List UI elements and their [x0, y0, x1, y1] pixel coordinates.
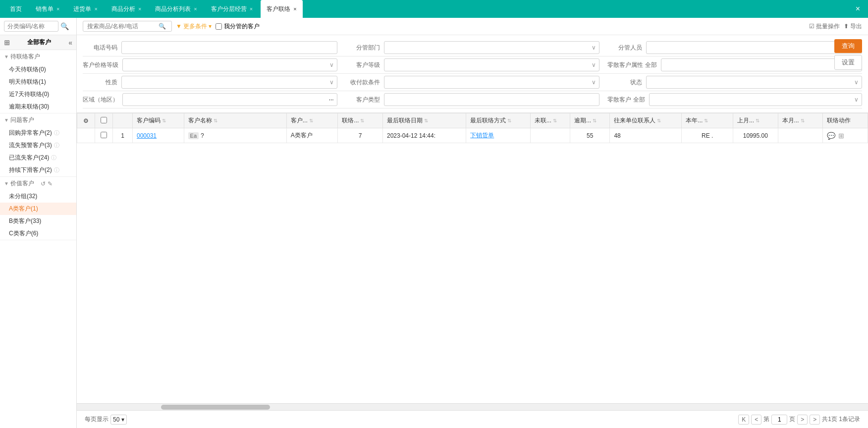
edit-icon[interactable]: ✎: [48, 180, 53, 187]
th-unit-contacts[interactable]: 往来单位联系人 ⇅: [610, 113, 682, 128]
th-last-month[interactable]: 上月... ⇅: [733, 113, 778, 128]
section-pending-title[interactable]: ▼ 待联络客户: [0, 50, 76, 63]
refresh-icon[interactable]: ↺: [41, 180, 46, 187]
main-layout: 🔍 ⊞ 全部客户 « ▼ 待联络客户 今天待联络(0) 明天待联络(1) 近7天…: [0, 18, 868, 428]
sidebar-item-churn-warning[interactable]: 流失预警客户(3) ⓘ: [0, 139, 76, 152]
sidebar-item-class-b[interactable]: B类客户(33): [0, 215, 76, 227]
tab-customer-layer[interactable]: 客户分层经营 ×: [205, 0, 259, 18]
export-button[interactable]: ⬆ 导出: [844, 22, 862, 31]
th-not-contact[interactable]: 未联... ⇅: [530, 113, 570, 128]
select-all-checkbox[interactable]: [101, 117, 107, 123]
filter-dept-select[interactable]: ∨: [384, 41, 600, 54]
filter-search-input[interactable]: [87, 23, 157, 30]
sidebar-item-7days[interactable]: 近7天待联络(0): [0, 88, 76, 101]
collapse-button[interactable]: «: [68, 39, 72, 47]
filter-customer-type-input[interactable]: [384, 93, 600, 106]
close-icon[interactable]: ×: [250, 6, 253, 12]
sidebar-all-customers[interactable]: ⊞ 全部客户 «: [0, 35, 76, 50]
gear-icon[interactable]: ⚙: [83, 117, 89, 124]
filter-payment-select[interactable]: ∨: [384, 76, 600, 89]
per-page-select[interactable]: 50 ▾: [110, 415, 127, 425]
section-value-title[interactable]: ▼ 价值客户 ↺ ✎: [0, 177, 76, 190]
chat-icon[interactable]: 💬: [827, 132, 835, 140]
row-code[interactable]: 000031: [137, 132, 157, 139]
prev-page-button[interactable]: <: [751, 415, 761, 425]
my-customers-checkbox[interactable]: 我分管的客户: [216, 22, 260, 31]
sidebar-item-declining[interactable]: 持续下滑客户(2) ⓘ: [0, 164, 76, 176]
th-code[interactable]: 客户编码 ⇅: [133, 113, 184, 128]
next-page-button[interactable]: >: [797, 415, 808, 425]
th-name[interactable]: 客户名称 ⇅: [184, 113, 286, 128]
th-checkbox[interactable]: [95, 113, 113, 128]
th-last-way[interactable]: 最后联络方式 ⇅: [466, 113, 530, 128]
filter-row-2: 客户价格等级 ∨ 客户等级 ∨ 零散客户属性 全部: [83, 56, 862, 74]
tab-home[interactable]: 首页: [4, 0, 28, 18]
filter-region-select[interactable]: ···: [122, 93, 337, 106]
filter-dept: 分管部门 ∨: [345, 41, 600, 54]
td-code[interactable]: 000031: [133, 128, 184, 143]
my-customers-check[interactable]: [216, 23, 222, 30]
first-page-button[interactable]: K: [738, 415, 749, 425]
td-overdue: 55: [570, 128, 610, 143]
close-icon[interactable]: ×: [138, 6, 141, 12]
grid-icon: ⊞: [4, 39, 10, 47]
td-checkbox[interactable]: [95, 128, 113, 143]
query-button[interactable]: 查询: [834, 39, 862, 53]
filter-retail-customer-label: 零散客户 全部: [607, 96, 645, 104]
close-icon[interactable]: ×: [293, 6, 296, 12]
tab-purchase[interactable]: 进货单 ×: [67, 0, 103, 18]
filter-customer-level-select[interactable]: ∨: [384, 58, 600, 71]
row-checkbox[interactable]: [101, 132, 107, 138]
filter-search-icon[interactable]: 🔍: [159, 23, 166, 30]
page-input[interactable]: [771, 415, 787, 425]
th-this-month[interactable]: 本月... ⇅: [778, 113, 823, 128]
chevron-down-icon: ▾: [121, 416, 124, 423]
sidebar-item-class-c[interactable]: C类客户(6): [0, 227, 76, 240]
more-conditions-button[interactable]: ▼ 更多条件 ▾: [176, 22, 212, 31]
per-page-value: 50: [113, 416, 119, 423]
chevron-down-icon: ∨: [592, 79, 596, 86]
filter-nature-select[interactable]: ∨: [121, 76, 337, 89]
tab-customer-contact[interactable]: 客户联络 ×: [261, 0, 302, 18]
horizontal-scrollbar[interactable]: [77, 403, 868, 410]
batch-op-button[interactable]: ☑ 批量操作: [809, 22, 840, 31]
sidebar-item-overdue[interactable]: 逾期未联络(30): [0, 101, 76, 113]
filter-person-select[interactable]: ···: [646, 41, 862, 54]
th-last-date[interactable]: 最后联络日期 ⇅: [382, 113, 466, 128]
tab-goods-list[interactable]: 商品分析列表 ×: [149, 0, 203, 18]
tab-goods-analysis[interactable]: 商品分析 ×: [106, 0, 147, 18]
th-this-year[interactable]: 本年... ⇅: [682, 113, 733, 128]
row-last-way[interactable]: 下销货单: [470, 132, 494, 139]
sidebar-item-churned[interactable]: 已流失客户(24) ⓘ: [0, 152, 76, 164]
th-contact[interactable]: 联络... ⇅: [338, 113, 383, 128]
td-last-way[interactable]: 下销货单: [466, 128, 530, 143]
sidebar-item-tomorrow[interactable]: 明天待联络(1): [0, 76, 76, 88]
close-icon[interactable]: ×: [94, 6, 97, 12]
settings-button[interactable]: 设置: [834, 55, 862, 70]
tab-sales[interactable]: 销售单 ×: [30, 0, 65, 18]
filter-region: 区域（地区） ···: [83, 93, 337, 106]
filter-phone-input[interactable]: [121, 41, 337, 54]
th-gear[interactable]: ⚙: [77, 113, 95, 128]
sidebar-search-icon[interactable]: 🔍: [60, 22, 69, 30]
close-icon[interactable]: ×: [194, 6, 197, 12]
filter-retail-attr-select[interactable]: ∨: [661, 58, 862, 71]
filter-price-level-select[interactable]: ∨: [122, 58, 337, 71]
window-close-button[interactable]: ×: [852, 4, 864, 13]
section-problem-title[interactable]: ▼ 问题客户: [0, 113, 76, 127]
filter-retail-customer-select[interactable]: ∨: [649, 93, 862, 106]
last-page-button[interactable]: >: [810, 415, 820, 425]
sidebar-item-ungrouped[interactable]: 未分组(32): [0, 190, 76, 203]
th-overdue[interactable]: 逾期... ⇅: [570, 113, 610, 128]
batch-op-label: 批量操作: [816, 22, 840, 31]
sidebar-item-repurchase-abnormal[interactable]: 回购异常客户(2) ⓘ: [0, 127, 76, 139]
sidebar-item-today[interactable]: 今天待联络(0): [0, 63, 76, 76]
sidebar-search-input[interactable]: [4, 21, 58, 32]
filter-status-select[interactable]: ∨: [646, 76, 862, 89]
th-type[interactable]: 客户... ⇅: [286, 113, 338, 128]
grid-action-icon[interactable]: ⊞: [838, 132, 844, 140]
close-icon[interactable]: ×: [56, 6, 59, 12]
th-last-month-label: 上月...: [737, 116, 754, 125]
scrollbar-thumb[interactable]: [161, 405, 270, 410]
sidebar-item-class-a[interactable]: A类客户(1): [0, 203, 76, 215]
